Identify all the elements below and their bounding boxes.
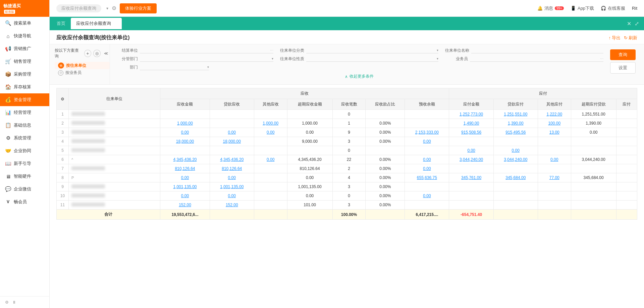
customer-service-icon: 🎧 xyxy=(601,6,606,11)
filter-scheme-by-partner[interactable]: 畅 按往来单位 xyxy=(55,62,110,69)
sidebar-item-search[interactable]: 🔍 搜索菜单 xyxy=(0,17,49,30)
filter-dept-arrow[interactable]: ▾ xyxy=(207,65,209,69)
filter-salesman-input[interactable] xyxy=(470,56,600,61)
sidebar-item-marketing[interactable]: 📢 营销推广 xyxy=(0,42,49,55)
table-row: 7810,126.64810,126.64810,126.6420.00%0.0… xyxy=(57,164,637,173)
summary-row: 合计 19,553,472,6... 100.00% 6,417,215....… xyxy=(57,210,637,220)
export-button[interactable]: ↑ 导出 xyxy=(609,35,621,41)
sidebar-item-base[interactable]: 📋 基础信息 xyxy=(0,119,49,132)
tab-close-window-icon[interactable]: ✕ xyxy=(627,20,631,27)
topbar: 应收应付余额查询 ▾ ⚙ 体验行业方案 🔔 消息 99+ 📱 App下载 🎧 在… xyxy=(50,0,644,17)
table-row: 11152.00152.00101.0030.00% xyxy=(57,201,637,210)
search-icon: 🔍 xyxy=(5,20,11,26)
sidebar-item-wechat[interactable]: 💬 企业微信 xyxy=(0,183,49,195)
sidebar-footer: ⚙ ⏸ xyxy=(0,296,49,308)
filter-add-button[interactable]: + xyxy=(84,50,91,57)
th-ys-dk: 贷款应收 xyxy=(210,99,254,110)
marketing-icon: 📢 xyxy=(5,46,11,52)
sidebar-item-quicknav[interactable]: ⌂ 快捷导航 xyxy=(0,30,49,42)
sidebar-item-sales[interactable]: 🛒 销售管理 xyxy=(0,55,49,68)
sidebar-item-collab[interactable]: 🤝 企业协同 xyxy=(0,144,49,157)
filter-partner-category: 往来单位分类 ▾ xyxy=(280,48,438,53)
filter-partner-category-label: 往来单位分类 xyxy=(280,48,304,53)
settings-footer-icon[interactable]: ⚙ xyxy=(5,300,9,305)
filter-jiesuan-unit-input[interactable] xyxy=(140,48,270,52)
page-header: 应收应付余额查询(按往来单位) ↑ 导出 ↻ 刷新 xyxy=(50,30,644,44)
ops-icon: 📊 xyxy=(5,109,11,116)
sidebar-item-inventory[interactable]: 🏠 库存核算 xyxy=(0,81,49,93)
summary-yf-rest xyxy=(616,210,637,220)
th-yf-cq: 超期应付贷款 xyxy=(571,99,616,110)
topbar-gear-icon[interactable]: ⚙ xyxy=(112,5,116,11)
filter-fenguan-dept-input[interactable] xyxy=(140,56,272,61)
table-row: 100.000.000.0000.00%0.00 xyxy=(57,191,637,201)
tab-home[interactable]: 首页 xyxy=(51,18,71,29)
table-row: 8P0.000.000.0040.00%655,636.75345,761.00… xyxy=(57,173,637,182)
sidebar-item-purchase[interactable]: 📦 采购管理 xyxy=(0,68,49,81)
member-icon: V xyxy=(5,199,11,205)
tab-expand-icon[interactable]: ⤢ xyxy=(635,20,639,27)
query-button[interactable]: 查询 xyxy=(610,49,636,60)
th-ys-zb: 应收款占比 xyxy=(366,99,405,110)
summary-ys-dk xyxy=(210,210,254,220)
filter-scheme-clock-icon: ⏱ xyxy=(58,70,63,76)
summary-yf-dk xyxy=(493,210,538,220)
inventory-icon: 🏠 xyxy=(5,84,11,90)
filter-partner-nature-arrow[interactable]: ▾ xyxy=(437,57,438,60)
promo-button[interactable]: 体验行业方案 xyxy=(120,3,157,13)
filter-partner-nature-input[interactable] xyxy=(306,56,437,61)
content-area: 应收应付余额查询(按往来单位) ↑ 导出 ↻ 刷新 按 xyxy=(50,30,644,308)
summary-label: 合计 xyxy=(57,210,160,220)
app-download-button[interactable]: 📱 App下载 xyxy=(571,5,594,11)
sidebar-item-guide[interactable]: 📖 新手引导 xyxy=(0,157,49,170)
sidebar-item-ops[interactable]: 📊 经营管理 xyxy=(0,106,49,119)
summary-yf-cq xyxy=(571,210,616,220)
tab-ar-ap[interactable]: 应收应付余额查询 × xyxy=(71,18,122,29)
topbar-breadcrumb: 应收应付余额查询 xyxy=(56,4,101,12)
th-yf-dk: 贷款应付 xyxy=(493,99,538,110)
topbar-dropdown-icon[interactable]: ▾ xyxy=(106,6,108,11)
tab-close-icon[interactable]: × xyxy=(114,21,117,26)
sidebar-item-hardware[interactable]: 🖥 智能硬件 xyxy=(0,170,49,183)
collapse-footer-icon[interactable]: ⏸ xyxy=(12,300,16,305)
customer-service-button[interactable]: 🎧 在线客服 xyxy=(601,5,625,11)
data-table: ⚙ 往来单位 应收 应付 应收金额 贷款应收 其他应收 超期应收金额 应收笔数 xyxy=(56,88,637,220)
filter-partner-category-arrow[interactable]: ▾ xyxy=(437,48,438,52)
table-yingfu-group-th: 应付 xyxy=(449,88,637,99)
table-row: 418,000.0018,000.009,000.0030.00%0.00 xyxy=(57,137,637,146)
th-yf-qt: 其他应付 xyxy=(538,99,571,110)
filter-partner-nature-label: 往来单位性质 xyxy=(280,56,304,62)
filter-scheme-by-salesman[interactable]: ⏱ 按业务员 xyxy=(55,69,110,76)
filter-jiesuan-unit-label: 结算单位 xyxy=(115,48,138,53)
set-button[interactable]: 设置 xyxy=(610,62,636,74)
purchase-icon: 📦 xyxy=(5,71,11,77)
sidebar: 畅捷通买 标准版 🔍 搜索菜单 ⌂ 快捷导航 📢 营销推广 🛒 销售管理 📦 采… xyxy=(0,0,50,308)
sidebar-logo: 畅捷通买 标准版 xyxy=(0,0,49,17)
filter-partner-name-input[interactable] xyxy=(471,48,603,52)
summary-ys-qt xyxy=(254,210,287,220)
table-settings-th[interactable]: ⚙ xyxy=(57,88,69,110)
filter-fenguan-dept-arrow[interactable]: ▾ xyxy=(272,57,273,60)
summary-ys-cq xyxy=(287,210,332,220)
summary-yf-je: -654,751.40 xyxy=(449,210,493,220)
notifications-button[interactable]: 🔔 消息 99+ xyxy=(537,5,564,11)
filter-salesman-dots[interactable]: ··· xyxy=(600,56,603,61)
summary-ys-zb-empty xyxy=(366,210,405,220)
filter-partner-category-input[interactable] xyxy=(306,48,437,52)
filter-collapse-more-link[interactable]: ∧ 收起更多条件 xyxy=(345,72,374,81)
sidebar-item-finance[interactable]: 💰 资金管理 xyxy=(0,93,49,106)
table-settings-icon[interactable]: ⚙ xyxy=(61,97,64,101)
filter-scheme-button[interactable]: ◎ xyxy=(93,50,100,57)
table-row: 21,000.001,000.001,000.0010.00%1,490.001… xyxy=(57,119,637,128)
sidebar-item-member[interactable]: V 畅会员 xyxy=(0,195,49,208)
filter-dept-input[interactable] xyxy=(140,64,207,69)
refresh-button[interactable]: ↻ 刷新 xyxy=(624,35,637,41)
chevron-up-icon: ∧ xyxy=(345,74,348,79)
table-row: 30.000.000.000.0090.00%2,153,333.00915,5… xyxy=(57,128,637,137)
sidebar-item-system[interactable]: ⚙ 系统管理 xyxy=(0,132,49,144)
filter-collapse-button[interactable]: ≪ xyxy=(103,50,110,57)
filter-jiesuan-unit-dots[interactable]: ··· xyxy=(270,48,273,52)
sidebar-logo-title: 畅捷通买 xyxy=(3,3,21,9)
user-name[interactable]: Rit xyxy=(632,6,637,11)
th-ys-bs: 应收笔数 xyxy=(332,99,366,110)
